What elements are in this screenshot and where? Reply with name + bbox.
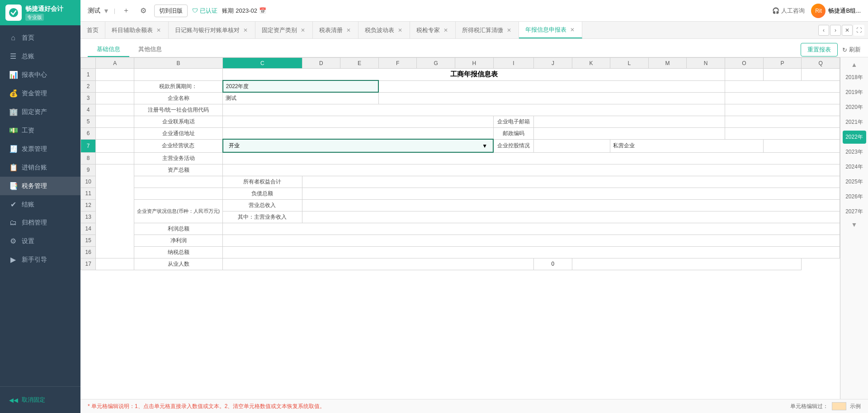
cell-17-A[interactable]: [96, 258, 134, 270]
tab-税检专家[interactable]: 税检专家✕: [410, 22, 456, 38]
tab-固定资产类别[interactable]: 固定资产类别✕: [255, 22, 313, 38]
cell-11-C[interactable]: [302, 188, 840, 199]
cell-1-O[interactable]: [725, 69, 764, 81]
tab-close-icon[interactable]: ✕: [506, 27, 512, 34]
year-btn-2018年[interactable]: 2018年: [843, 71, 866, 84]
year-down-arrow[interactable]: ▼: [849, 219, 859, 230]
cell-17-C[interactable]: [223, 258, 534, 270]
tab-close-icon[interactable]: ✕: [300, 27, 306, 34]
tab-close-icon[interactable]: ✕: [397, 27, 403, 34]
tab-首页[interactable]: 首页: [80, 22, 105, 38]
pin-button[interactable]: ◀◀ 取消固定: [0, 391, 80, 408]
year-btn-2019年[interactable]: 2019年: [843, 86, 866, 99]
tab-close-icon[interactable]: ✕: [569, 26, 576, 33]
sidebar-item-报表中心[interactable]: 📊 报表中心: [0, 66, 80, 84]
year-btn-2025年[interactable]: 2025年: [843, 175, 866, 188]
sidebar-item-设置[interactable]: ⚙ 设置: [0, 232, 80, 250]
cell-6-K[interactable]: [534, 127, 725, 139]
tab-税表清册[interactable]: 税表清册✕: [313, 22, 359, 38]
cell-7-C[interactable]: 开业 ▼: [223, 139, 493, 152]
subtab-其他信息[interactable]: 其他信息: [129, 42, 171, 57]
year-btn-2027年[interactable]: 2027年: [843, 205, 866, 218]
cell-5-A[interactable]: [96, 116, 134, 127]
cell-15-C[interactable]: [223, 235, 840, 246]
cell-10-A[interactable]: [134, 176, 222, 188]
cell-3-F[interactable]: [378, 92, 725, 104]
sidebar-item-发票管理[interactable]: 🧾 发票管理: [0, 140, 80, 158]
cell-8-A[interactable]: [96, 152, 134, 164]
tab-close-icon[interactable]: ✕: [443, 27, 449, 34]
cell-2-O[interactable]: [725, 80, 840, 92]
sidebar-item-首页[interactable]: ⌂ 首页: [0, 29, 80, 47]
cell-5-O[interactable]: [725, 116, 840, 127]
company-selector[interactable]: 测试 ▼: [88, 7, 109, 15]
sidebar-item-结账[interactable]: ✔ 结账: [0, 195, 80, 214]
cell-1-B[interactable]: [134, 69, 222, 81]
cell-9-C[interactable]: [223, 164, 840, 176]
tab-expand-button[interactable]: ⛶: [854, 25, 864, 36]
tab-所得税汇算清缴[interactable]: 所得税汇算清缴✕: [456, 22, 519, 38]
tab-close-icon[interactable]: ✕: [242, 27, 249, 34]
cell-1-A[interactable]: [96, 69, 134, 81]
service-button[interactable]: 🎧 人工咨询: [772, 7, 805, 15]
cell-7-M[interactable]: 私营企业: [610, 139, 763, 152]
sidebar-item-资金管理[interactable]: 💰 资金管理: [0, 84, 80, 103]
cell-4-C[interactable]: [223, 104, 725, 116]
tab-close-icon[interactable]: ✕: [156, 27, 162, 34]
cell-10-C[interactable]: [302, 176, 840, 188]
tab-税负波动表[interactable]: 税负波动表✕: [359, 22, 410, 38]
cell-3-A[interactable]: [96, 92, 134, 104]
add-button[interactable]: ＋: [120, 5, 132, 17]
tab-close-all-button[interactable]: ✕: [842, 25, 853, 36]
cell-1-Q[interactable]: [802, 69, 840, 81]
tab-next-button[interactable]: ›: [830, 25, 841, 36]
refresh-button[interactable]: ↻ 刷新: [842, 46, 861, 54]
cell-1-P[interactable]: [763, 69, 802, 81]
cell-2-C[interactable]: 2022年度: [223, 80, 379, 92]
year-btn-2024年[interactable]: 2024年: [843, 160, 866, 174]
sidebar-item-进销台账[interactable]: 📋 进销台账: [0, 158, 80, 177]
dropdown-arrow-icon[interactable]: ▼: [482, 143, 487, 149]
cell-17-L[interactable]: [572, 258, 802, 270]
old-version-button[interactable]: 切到旧版: [154, 5, 188, 17]
cell-2-A[interactable]: [96, 80, 134, 92]
cell-6-C[interactable]: [223, 127, 493, 139]
cell-5-K[interactable]: [534, 116, 725, 127]
sidebar-item-新手引导[interactable]: ▶ 新手引导: [0, 250, 80, 269]
cell-8-C[interactable]: [223, 152, 840, 164]
cell-7-A[interactable]: [96, 139, 134, 152]
cell-3-O[interactable]: [725, 92, 840, 104]
cell-4-A[interactable]: [96, 104, 134, 116]
year-btn-2020年[interactable]: 2020年: [843, 101, 866, 114]
cell-5-C[interactable]: [223, 116, 493, 127]
cell-12-C[interactable]: [302, 199, 840, 211]
cell-2-F[interactable]: [378, 80, 725, 92]
reset-button[interactable]: 重置报表: [801, 43, 838, 56]
calendar-icon[interactable]: 📅: [259, 7, 266, 14]
cell-16-C[interactable]: [223, 246, 840, 258]
year-btn-2022年[interactable]: 2022年: [843, 131, 866, 144]
cell-13-C[interactable]: [302, 211, 840, 223]
cell-3-C[interactable]: 测试: [223, 92, 379, 104]
tab-close-icon[interactable]: ✕: [345, 27, 352, 34]
cell-7-Q[interactable]: [763, 139, 840, 152]
subtab-基础信息[interactable]: 基础信息: [88, 42, 129, 57]
dropdown-status[interactable]: 开业 ▼: [226, 141, 490, 150]
cell-14-C[interactable]: [223, 223, 840, 235]
tab-年报信息申报表[interactable]: 年报信息申报表✕: [519, 22, 582, 38]
cell-7-K[interactable]: [534, 139, 610, 152]
cell-4-O[interactable]: [725, 104, 840, 116]
cell-6-O[interactable]: [725, 127, 840, 139]
spreadsheet-main[interactable]: ABCDEFGHIJKLMNOPQ 1工商年报信息表 2 税款所属期间： 202…: [80, 57, 840, 399]
cell-17-K[interactable]: 0: [534, 258, 572, 270]
cell-6-A[interactable]: [96, 127, 134, 139]
sidebar-item-税务管理[interactable]: 📑 税务管理: [0, 177, 80, 195]
settings-icon[interactable]: ⚙: [137, 5, 150, 17]
tab-科目辅助余额表[interactable]: 科目辅助余额表✕: [105, 22, 169, 38]
tab-日记账与银行对账单核对[interactable]: 日记账与银行对账单核对✕: [169, 22, 255, 38]
user-menu[interactable]: Rit 畅捷通B组...: [811, 4, 861, 18]
sidebar-item-总账[interactable]: ☰ 总账: [0, 47, 80, 66]
sidebar-item-工资[interactable]: 💵 工资: [0, 121, 80, 140]
year-up-arrow[interactable]: ▲: [849, 59, 859, 70]
year-btn-2021年[interactable]: 2021年: [843, 116, 866, 129]
